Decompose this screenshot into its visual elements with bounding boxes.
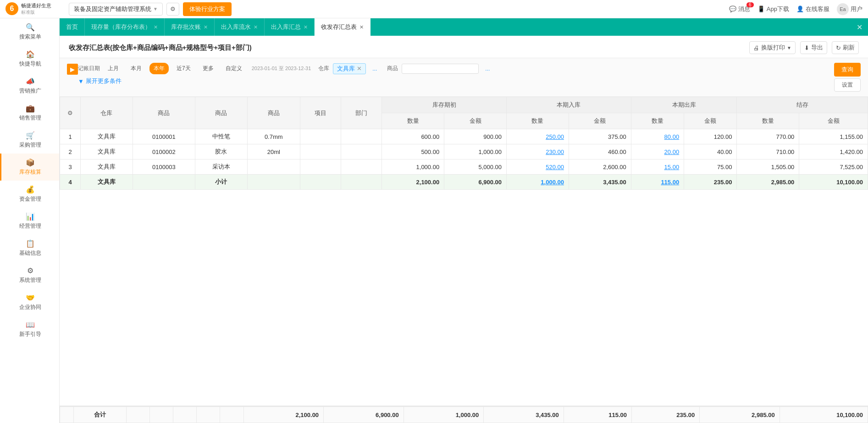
messages-button[interactable]: 💬 消息 6 bbox=[729, 5, 750, 13]
marketing-icon: 📣 bbox=[26, 77, 35, 86]
date-btn-more[interactable]: 更多 bbox=[199, 63, 218, 74]
warehouse-tag-close[interactable]: ✕ bbox=[357, 65, 362, 72]
footer-label: 合计 bbox=[74, 407, 127, 423]
sidebar-label-marketing: 营销推广 bbox=[19, 87, 41, 95]
row-in-qty[interactable]: 230.00 bbox=[507, 144, 569, 159]
date-btn-custom[interactable]: 自定义 bbox=[221, 63, 246, 74]
export-icon: ⬇ bbox=[804, 44, 809, 51]
date-btn-this-month[interactable]: 本月 bbox=[127, 63, 146, 74]
tab-inout-sum-close[interactable]: ✕ bbox=[304, 24, 308, 30]
expand-icon: ▼ bbox=[78, 78, 84, 85]
expand-conditions-button[interactable]: ▼ 展开更多条件 bbox=[78, 74, 122, 88]
footer-out-amt: 235.00 bbox=[631, 407, 699, 423]
tab-inout-flow[interactable]: 出入库流水 ✕ bbox=[215, 18, 265, 36]
date-btn-this-year[interactable]: 本年 bbox=[149, 63, 169, 74]
tab-batch[interactable]: 库存批次账 ✕ bbox=[165, 18, 215, 36]
export-button[interactable]: ⬇ 导出 bbox=[800, 41, 827, 54]
sidebar-item-newbie[interactable]: 📖 新手引导 bbox=[0, 316, 59, 343]
sidebar-item-finance[interactable]: 💰 资金管理 bbox=[0, 181, 59, 208]
row-dept bbox=[341, 159, 382, 175]
row-in-qty[interactable]: 250.00 bbox=[507, 129, 569, 144]
row-in-qty[interactable]: 520.00 bbox=[507, 159, 569, 175]
online-service-button[interactable]: 👤 在线客服 bbox=[796, 5, 829, 13]
th-goods-name: 商品 bbox=[195, 97, 247, 129]
column-settings-button[interactable]: 设置 bbox=[834, 78, 861, 92]
sidebar-item-quick-nav[interactable]: 🏠 快捷导航 bbox=[0, 45, 59, 72]
filter-toggle-button[interactable]: ▶ bbox=[67, 64, 78, 75]
th-balance-amt: 金额 bbox=[799, 113, 868, 129]
row-out-qty[interactable]: 80.00 bbox=[631, 129, 684, 144]
warehouse-more-btn[interactable]: ... bbox=[370, 64, 380, 73]
th-out-amt: 金额 bbox=[684, 113, 737, 129]
row-goods-name: 小计 bbox=[195, 175, 247, 190]
download-icon: 📱 bbox=[757, 5, 765, 12]
tab-batch-close[interactable]: ✕ bbox=[204, 24, 208, 30]
sidebar-item-inventory[interactable]: 📦 库存核算 bbox=[0, 154, 59, 181]
th-dept: 部门 bbox=[341, 97, 382, 129]
gear-button[interactable]: ⚙ bbox=[166, 3, 179, 16]
print-button[interactable]: 🖨 换版打印 ▼ bbox=[749, 41, 796, 54]
th-settings[interactable]: ⚙ bbox=[60, 97, 81, 129]
row-goods-name: 中性笔 bbox=[195, 129, 247, 144]
sidebar-item-basic-info[interactable]: 📋 基础信息 bbox=[0, 235, 59, 262]
goods-input[interactable] bbox=[402, 64, 479, 74]
col-settings-icon[interactable]: ⚙ bbox=[65, 108, 76, 119]
avatar: Ea bbox=[837, 3, 849, 15]
sidebar-item-purchase[interactable]: 🛒 采购管理 bbox=[0, 126, 59, 154]
row-warehouse: 文具库 bbox=[81, 175, 133, 190]
tab-inout-sum[interactable]: 出入库汇总 ✕ bbox=[265, 18, 315, 36]
tab-stock-dist-close[interactable]: ✕ bbox=[154, 24, 158, 30]
date-btn-7days[interactable]: 近7天 bbox=[172, 63, 195, 74]
app-download-button[interactable]: 📱 App下载 bbox=[757, 5, 789, 13]
tab-recv-send-close[interactable]: ✕ bbox=[359, 24, 364, 30]
newbie-icon: 📖 bbox=[26, 320, 35, 329]
row-goods-code bbox=[133, 175, 195, 190]
sidebar-item-search[interactable]: 🔍 搜索菜单 bbox=[0, 18, 59, 45]
row-out-qty[interactable]: 115.00 bbox=[631, 175, 684, 190]
query-button[interactable]: 查询 bbox=[834, 63, 861, 77]
page-header: 收发存汇总表(按仓库+商品编码+商品+规格型号+项目+部门) 🖨 换版打印 ▼ … bbox=[60, 36, 868, 58]
row-warehouse: 文具库 bbox=[81, 144, 133, 159]
tab-stock-dist[interactable]: 现存量（库存分布表） ✕ bbox=[85, 18, 165, 36]
row-balance-amt: 1,420.00 bbox=[799, 144, 868, 159]
tab-home[interactable]: 首页 bbox=[60, 18, 85, 36]
tab-recv-send[interactable]: 收发存汇总表 ✕ bbox=[315, 18, 370, 36]
tab-bar-close-all[interactable]: ✕ bbox=[851, 23, 868, 32]
date-btn-last-month[interactable]: 上月 bbox=[104, 63, 123, 74]
row-no: 2 bbox=[60, 144, 81, 159]
data-table: ⚙ 仓库 商品 商品 商品 项目 部门 库存期初 本期入库 本期出库 结存 bbox=[60, 97, 868, 190]
sidebar-item-operations[interactable]: 📊 经营管理 bbox=[0, 208, 59, 235]
sidebar-item-marketing[interactable]: 📣 营销推广 bbox=[0, 72, 59, 99]
footer-in-amt: 3,435.00 bbox=[484, 407, 564, 423]
row-out-amt: 75.00 bbox=[684, 159, 737, 175]
system-selector[interactable]: 装备及固定资产辅助管理系统 ▼ bbox=[69, 3, 163, 16]
filter-row-1: 记账日期 上月 本月 本年 近7天 更多 自定义 2023-01-01 至 20… bbox=[78, 63, 829, 74]
row-out-qty[interactable]: 20.00 bbox=[631, 144, 684, 159]
row-balance-qty: 2,985.00 bbox=[737, 175, 799, 190]
row-out-qty[interactable]: 15.00 bbox=[631, 159, 684, 175]
th-project: 项目 bbox=[300, 97, 341, 129]
row-out-amt: 40.00 bbox=[684, 144, 737, 159]
goods-more-btn[interactable]: ... bbox=[482, 64, 492, 73]
trial-button[interactable]: 体验行业方案 bbox=[183, 2, 232, 16]
th-goods-spec: 商品 bbox=[247, 97, 300, 129]
tab-bar: 首页 现存量（库存分布表） ✕ 库存批次账 ✕ 出入库流水 ✕ 出入库汇总 ✕ … bbox=[60, 18, 868, 36]
user-menu[interactable]: Ea 用户 bbox=[837, 3, 862, 15]
row-in-qty[interactable]: 1,000.00 bbox=[507, 175, 569, 190]
row-out-amt: 120.00 bbox=[684, 129, 737, 144]
th-in-amt: 金额 bbox=[569, 113, 631, 129]
row-goods-spec bbox=[247, 159, 300, 175]
warehouse-tag[interactable]: 文具库 ✕ bbox=[333, 63, 366, 74]
sidebar-item-sales[interactable]: 💼 销售管理 bbox=[0, 99, 59, 126]
table-row: 1文具库0100001中性笔0.7mm600.00900.00250.00375… bbox=[60, 129, 868, 144]
sidebar-item-enterprise[interactable]: 🤝 企业协同 bbox=[0, 289, 59, 316]
refresh-button[interactable]: ↻ 刷新 bbox=[832, 41, 859, 54]
chevron-down-icon: ▼ bbox=[787, 45, 791, 50]
row-in-amt: 3,435.00 bbox=[569, 175, 631, 190]
expand-label: 展开更多条件 bbox=[86, 77, 122, 85]
tab-stock-dist-label: 现存量（库存分布表） bbox=[91, 23, 151, 31]
table-row: 2文具库0100002胶水20ml500.001,000.00230.00460… bbox=[60, 144, 868, 159]
sidebar-label-operations: 经营管理 bbox=[19, 222, 41, 230]
tab-inout-flow-close[interactable]: ✕ bbox=[254, 24, 258, 30]
sidebar-item-system[interactable]: ⚙ 系统管理 bbox=[0, 262, 59, 289]
